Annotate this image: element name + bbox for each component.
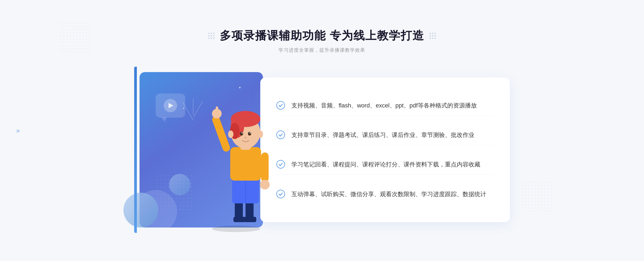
svg-point-23 bbox=[228, 130, 233, 138]
bottom-circle bbox=[169, 174, 191, 195]
decorator-dots-left bbox=[208, 33, 214, 39]
blob-circle bbox=[123, 193, 158, 228]
svg-point-12 bbox=[260, 180, 270, 189]
feature-item-2: 支持章节目录、弹题考试、课后练习、课后作业、章节测验、批改作业 bbox=[276, 125, 494, 145]
svg-rect-8 bbox=[211, 115, 231, 152]
feature-text-1: 支持视频、音频、flash、word、excel、ppt、pdf等各种格式的资源… bbox=[291, 100, 477, 110]
chevron-icon: » bbox=[16, 127, 20, 134]
check-icon-4 bbox=[276, 190, 285, 198]
content-area: ✦ ✦ ✦ bbox=[134, 67, 510, 233]
svg-rect-2 bbox=[233, 217, 246, 222]
page-wrapper: » 多项录播课辅助功能 专为线上教学打造 学习进度全掌握，提升录播课教学效果 bbox=[0, 0, 644, 261]
svg-point-27 bbox=[277, 160, 285, 168]
svg-rect-4 bbox=[244, 217, 256, 222]
svg-point-28 bbox=[277, 190, 285, 198]
svg-point-22 bbox=[244, 137, 247, 139]
svg-point-21 bbox=[250, 132, 251, 133]
svg-rect-11 bbox=[261, 152, 269, 182]
svg-rect-7 bbox=[230, 147, 261, 181]
check-icon-3 bbox=[276, 160, 285, 169]
header-section: 多项录播课辅助功能 专为线上教学打造 学习进度全掌握，提升录播课教学效果 bbox=[208, 28, 436, 53]
svg-rect-10 bbox=[216, 106, 218, 116]
svg-point-18 bbox=[240, 132, 243, 136]
play-button-icon bbox=[164, 99, 177, 112]
page-subtitle: 学习进度全掌握，提升录播课教学效果 bbox=[208, 47, 436, 53]
feature-text-2: 支持章节目录、弹题考试、课后练习、课后作业、章节测验、批改作业 bbox=[291, 130, 474, 140]
play-bubble bbox=[156, 94, 185, 118]
right-features-panel: 支持视频、音频、flash、word、excel、ppt、pdf等各种格式的资源… bbox=[260, 77, 510, 222]
svg-point-25 bbox=[277, 101, 285, 109]
vertical-bar bbox=[134, 67, 137, 233]
dot-decoration-top-left bbox=[59, 21, 91, 54]
svg-point-26 bbox=[277, 131, 285, 139]
svg-point-20 bbox=[241, 132, 243, 133]
feature-item-4: 互动弹幕、试听购买、微信分享、观看次数限制、学习进度跟踪、数据统计 bbox=[276, 184, 494, 204]
left-illustration: ✦ ✦ ✦ bbox=[134, 67, 268, 233]
feature-text-3: 学习笔记回看、课程提问、课程评论打分、课件资料下载，重点内容收藏 bbox=[291, 159, 480, 169]
person-illustration bbox=[193, 94, 274, 233]
page-title: 多项录播课辅助功能 专为线上教学打造 bbox=[220, 28, 424, 43]
svg-point-24 bbox=[258, 130, 263, 138]
decorator-dots-right bbox=[430, 33, 436, 39]
feature-text-4: 互动弹幕、试听购买、微信分享、观看次数限制、学习进度跟踪、数据统计 bbox=[291, 189, 486, 199]
check-icon-2 bbox=[276, 130, 285, 139]
svg-point-0 bbox=[212, 226, 260, 232]
svg-point-19 bbox=[248, 132, 251, 136]
header-decorators: 多项录播课辅助功能 专为线上教学打造 bbox=[208, 28, 436, 43]
check-icon-1 bbox=[276, 101, 285, 110]
sparkle-1: ✦ bbox=[238, 85, 241, 90]
feature-item-3: 学习笔记回看、课程提问、课程评论打分、课件资料下载，重点内容收藏 bbox=[276, 155, 494, 174]
dot-decoration-bottom-right bbox=[521, 181, 553, 213]
left-chevron-decoration: » bbox=[16, 127, 20, 134]
feature-item-1: 支持视频、音频、flash、word、excel、ppt、pdf等各种格式的资源… bbox=[276, 96, 494, 115]
